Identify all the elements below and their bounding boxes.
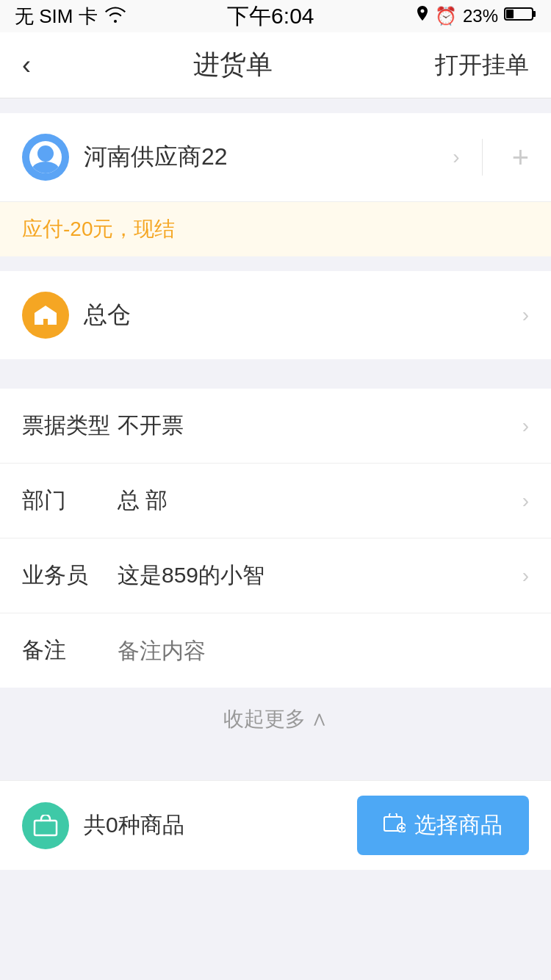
status-right: ⏰ 23% [416,6,536,26]
invoice-type-chevron-icon: › [522,414,529,438]
invoice-type-label: 票据类型 [22,411,118,441]
remark-row[interactable]: 备注 [0,613,551,688]
department-row[interactable]: 部门 总 部 › [0,464,551,538]
status-time: 下午6:04 [227,1,314,32]
section-gap-3 [0,359,551,374]
supplier-row-actions: › + [453,139,529,176]
department-label: 部门 [22,486,118,516]
salesperson-row[interactable]: 业务员 这是859的小智 › [0,538,551,613]
svg-rect-2 [506,10,514,18]
product-count-label: 共0种商品 [84,810,357,840]
warehouse-name: 总仓 [84,299,522,331]
select-product-icon [383,813,406,837]
vertical-divider [482,139,483,176]
select-product-label: 选择商品 [414,810,503,840]
svg-rect-3 [35,821,57,835]
product-icon [22,802,69,849]
section-gap-2 [0,256,551,271]
select-product-button[interactable]: 选择商品 [357,796,529,855]
supplier-chevron-icon: › [453,145,459,169]
warehouse-row[interactable]: 总仓 › [0,271,551,359]
status-bar: 无 SIM 卡 下午6:04 ⏰ 23% [0,0,551,32]
status-left: 无 SIM 卡 [15,4,126,29]
supplier-row[interactable]: 河南供应商22 › + [0,113,551,202]
salesperson-value: 这是859的小智 [118,561,522,591]
form-section: 票据类型 不开票 › 部门 总 部 › 业务员 这是859的小智 › 备注 [0,389,551,688]
section-gap-4 [0,751,551,765]
battery-icon [504,6,536,26]
battery-label: 23% [463,6,498,26]
department-chevron-icon: › [522,489,529,513]
remark-input[interactable] [118,638,529,663]
supplier-avatar [22,134,69,181]
alarm-icon: ⏰ [435,6,457,26]
warehouse-icon [22,292,69,339]
warehouse-chevron-icon: › [522,303,529,327]
open-pending-button[interactable]: 打开挂单 [435,49,529,82]
svg-rect-1 [533,11,536,17]
back-button[interactable]: ‹ [22,50,31,81]
supplier-section: 河南供应商22 › + 应付-20元，现结 [0,113,551,256]
nav-bar: ‹ 进货单 打开挂单 [0,32,551,98]
section-gap-1 [0,98,551,113]
page-title: 进货单 [193,47,273,83]
invoice-type-row[interactable]: 票据类型 不开票 › [0,389,551,464]
add-icon[interactable]: + [512,141,529,174]
invoice-type-value: 不开票 [118,411,522,441]
page-rest [0,870,551,980]
department-value: 总 部 [118,486,522,516]
salesperson-label: 业务员 [22,561,118,591]
remark-label: 备注 [22,635,118,666]
wifi-icon [105,5,126,28]
notice-banner: 应付-20元，现结 [0,202,551,256]
location-icon [416,6,429,26]
collapse-more-button[interactable]: 收起更多 ∧ [0,688,551,751]
supplier-name: 河南供应商22 [84,141,453,173]
salesperson-chevron-icon: › [522,564,529,588]
carrier-label: 无 SIM 卡 [15,4,98,29]
bottom-bar: 共0种商品 选择商品 [0,780,551,870]
